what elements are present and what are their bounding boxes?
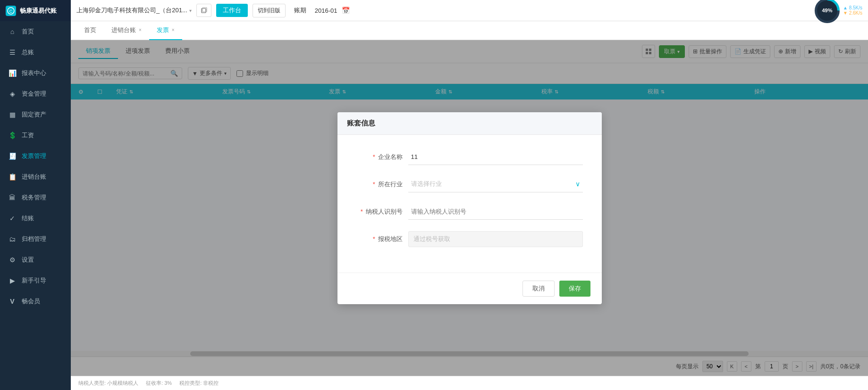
industry-placeholder: 请选择行业 <box>411 180 442 188</box>
form-row-industry: * 所在行业 请选择行业 ∨ <box>356 176 583 192</box>
svg-rect-2 <box>202 8 206 13</box>
tab-home[interactable]: 首页 <box>76 21 104 40</box>
period-value: 2016-01 <box>315 7 337 14</box>
required-mark-4: * <box>373 235 375 242</box>
sidebar-label-ledger: 总账 <box>22 48 34 57</box>
purchase-icon: 📋 <box>8 172 17 182</box>
tab-invoice-close[interactable]: × <box>172 27 175 33</box>
sidebar-label-guide: 新手引导 <box>22 276 46 285</box>
tab-purchase-label: 进销台账 <box>111 26 136 34</box>
tab-invoice-label: 发票 <box>157 26 169 34</box>
sidebar-item-vip[interactable]: V 畅会员 <box>0 291 71 312</box>
tax-rate-info: 征收率: 3% <box>146 380 172 387</box>
vip-icon: V <box>8 297 17 306</box>
tab-invoice[interactable]: 发票 × <box>149 21 182 40</box>
sidebar-item-invoice[interactable]: 🧾 发票管理 <box>0 146 71 166</box>
tab-purchase-close[interactable]: × <box>139 27 142 33</box>
form-row-taxregion: * 报税地区 通过税号获取 <box>356 231 583 247</box>
sidebar-label-assets: 固定资产 <box>22 110 46 119</box>
sidebar-item-archive[interactable]: 🗂 归档管理 <box>0 229 71 249</box>
main-content: 上海卯金刀电子科技有限公司_（台201... ▾ 工作台 切到旧版 账期 201… <box>71 0 868 390</box>
company-name-input[interactable] <box>408 149 583 165</box>
taxpayer-type: 纳税人类型: 小规模纳税人 <box>78 380 138 387</box>
required-mark: * <box>373 153 375 160</box>
industry-select-arrow: ∨ <box>575 180 580 188</box>
company-name: 上海卯金刀电子科技有限公司_（台201... <box>76 6 187 15</box>
company-dropdown-arrow: ▾ <box>189 8 192 13</box>
modal-body: * 企业名称 * 所在行业 请选择行业 <box>337 135 602 273</box>
sidebar-nav: ⌂ 首页 ☰ 总账 📊 报表中心 ◈ 资金管理 ▦ 固定资产 💲 工资 <box>0 21 71 390</box>
sidebar: C 畅康通易代账 ⌂ 首页 ☰ 总账 📊 报表中心 ◈ 资金管理 ▦ <box>0 0 71 390</box>
taxid-input[interactable] <box>408 204 583 220</box>
fund-icon: ◈ <box>8 89 17 99</box>
required-mark-2: * <box>373 181 375 188</box>
sidebar-label-home: 首页 <box>22 27 34 36</box>
salary-icon: 💲 <box>8 131 17 140</box>
sidebar-label-settings: 设置 <box>22 256 34 264</box>
checkout-icon: ✓ <box>8 214 17 223</box>
guide-icon: ▶ <box>8 276 17 285</box>
speed-rates: ▲ 8.5K/s ▼ 2.6K/s <box>843 5 862 16</box>
sidebar-label-archive: 归档管理 <box>22 235 46 243</box>
sidebar-item-home[interactable]: ⌂ 首页 <box>0 21 71 42</box>
status-bar: 纳税人类型: 小规模纳税人 征收率: 3% 税控类型: 非税控 <box>71 376 868 390</box>
logo-icon: C <box>6 6 16 16</box>
svg-rect-3 <box>202 8 207 12</box>
sidebar-item-ledger[interactable]: ☰ 总账 <box>0 42 71 63</box>
sidebar-label-tax: 税务管理 <box>22 193 46 202</box>
switch-version-button[interactable]: 切到旧版 <box>253 4 286 17</box>
sidebar-label-purchase: 进销台账 <box>22 173 46 181</box>
tax-control-type: 税控类型: 非税控 <box>179 380 219 387</box>
sidebar-item-guide[interactable]: ▶ 新手引导 <box>0 270 71 291</box>
modal-overlay: 账套信息 * 企业名称 * <box>71 40 868 376</box>
form-row-company: * 企业名称 <box>356 149 583 165</box>
sidebar-label-salary: 工资 <box>22 131 34 140</box>
speed-percent: 49% <box>822 8 832 13</box>
sidebar-label-checkout: 结账 <box>22 214 34 223</box>
sidebar-label-fund: 资金管理 <box>22 90 46 98</box>
app-logo: C 畅康通易代账 <box>0 0 71 21</box>
period-label: 账期 <box>294 6 306 15</box>
company-name-label: * 企业名称 <box>356 153 408 161</box>
tab-purchase[interactable]: 进销台账 × <box>104 21 149 40</box>
sidebar-label-vip: 畅会员 <box>22 297 40 306</box>
sidebar-item-checkout[interactable]: ✓ 结账 <box>0 208 71 229</box>
sidebar-item-settings[interactable]: ⚙ 设置 <box>0 249 71 270</box>
sidebar-item-salary[interactable]: 💲 工资 <box>0 125 71 146</box>
save-button[interactable]: 保存 <box>559 281 590 297</box>
tab-home-label: 首页 <box>84 26 96 34</box>
taxregion-label: * 报税地区 <box>356 235 408 243</box>
tabs-bar: 首页 进销台账 × 发票 × <box>71 21 868 40</box>
company-selector[interactable]: 上海卯金刀电子科技有限公司_（台201... ▾ <box>76 6 192 15</box>
svg-text:C: C <box>9 9 13 14</box>
cancel-button[interactable]: 取消 <box>522 281 555 297</box>
ledger-icon: ☰ <box>8 48 17 57</box>
copy-button[interactable] <box>196 4 211 17</box>
modal-footer: 取消 保存 <box>337 273 602 304</box>
modal-dialog: 账套信息 * 企业名称 * <box>337 112 602 304</box>
form-row-taxid: * 纳税人识别号 <box>356 204 583 220</box>
required-mark-3: * <box>361 208 363 215</box>
workbench-button[interactable]: 工作台 <box>216 4 248 17</box>
invoice-icon: 🧾 <box>8 151 17 161</box>
industry-label: * 所在行业 <box>356 180 408 189</box>
sidebar-label-invoice: 发票管理 <box>22 152 46 160</box>
sidebar-item-assets[interactable]: ▦ 固定资产 <box>0 104 71 125</box>
sidebar-item-tax[interactable]: 🏛 税务管理 <box>0 187 71 208</box>
sidebar-item-report[interactable]: 📊 报表中心 <box>0 63 71 83</box>
calendar-icon[interactable]: 📅 <box>342 7 350 14</box>
settings-icon: ⚙ <box>8 255 17 265</box>
app-name: 畅康通易代账 <box>20 7 57 15</box>
sidebar-item-purchase[interactable]: 📋 进销台账 <box>0 166 71 187</box>
home-icon: ⌂ <box>8 27 17 36</box>
report-icon: 📊 <box>8 68 17 78</box>
sidebar-item-fund[interactable]: ◈ 资金管理 <box>0 83 71 104</box>
taxid-label: * 纳税人识别号 <box>356 207 408 216</box>
topbar: 上海卯金刀电子科技有限公司_（台201... ▾ 工作台 切到旧版 账期 201… <box>71 0 868 21</box>
industry-select[interactable]: 请选择行业 ∨ <box>408 176 583 192</box>
speed-widget: 49% <box>814 0 840 24</box>
assets-icon: ▦ <box>8 110 17 119</box>
tax-icon: 🏛 <box>8 193 17 202</box>
archive-icon: 🗂 <box>8 234 17 244</box>
modal-title: 账套信息 <box>337 112 602 135</box>
